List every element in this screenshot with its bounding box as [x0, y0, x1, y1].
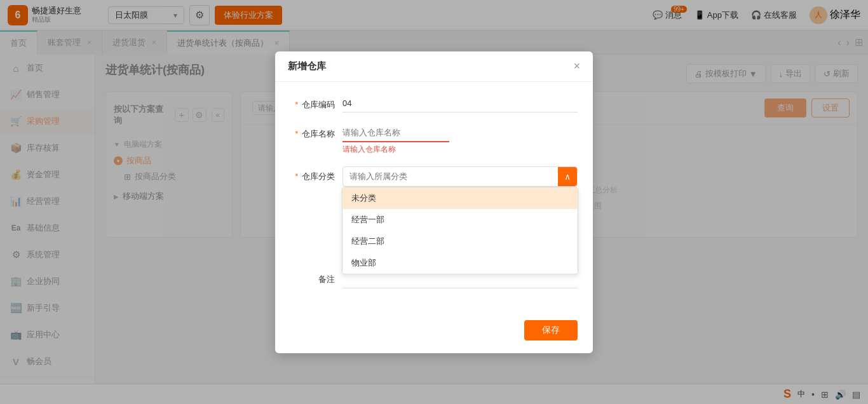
category-input-row: ∧ — [342, 166, 578, 187]
required-star-code: * — [295, 100, 298, 109]
dialog-header: 新增仓库 × — [275, 51, 593, 82]
dialog-overlay: 新增仓库 × * 仓库编码 * 仓库名称 — [0, 0, 868, 404]
code-label: * 仓库编码 — [290, 95, 335, 111]
category-toggle-button[interactable]: ∧ — [558, 167, 577, 186]
required-star-name: * — [295, 129, 298, 138]
name-error-msg: 请输入仓库名称 — [342, 144, 449, 155]
warehouse-code-row: * 仓库编码 — [290, 95, 578, 112]
dropdown-item-1[interactable]: 经营一部 — [342, 209, 578, 231]
chevron-up-icon: ∧ — [564, 172, 571, 182]
name-input-wrapper: 请输入仓库名称 — [342, 124, 449, 155]
warehouse-code-input[interactable] — [342, 95, 578, 112]
dialog-body: * 仓库编码 * 仓库名称 请输入仓库名称 — [275, 82, 593, 313]
warehouse-name-inner: * 仓库名称 请输入仓库名称 — [290, 124, 449, 155]
dialog-footer: 保存 — [275, 313, 593, 353]
warehouse-name-row: * 仓库名称 请输入仓库名称 — [290, 124, 578, 155]
category-input[interactable] — [343, 168, 558, 185]
dialog-close-button[interactable]: × — [573, 60, 580, 72]
category-input-wrapper: ∧ 未分类 经营一部 经营二部 物业部 — [342, 166, 578, 187]
dialog-title: 新增仓库 — [288, 60, 326, 72]
save-button[interactable]: 保存 — [524, 320, 578, 340]
name-label: * 仓库名称 — [290, 124, 335, 140]
warehouse-category-row: * 仓库分类 ∧ 未分类 经营一部 经营二部 物业部 — [290, 166, 578, 187]
required-star-category: * — [295, 172, 298, 181]
category-label: * 仓库分类 — [290, 166, 335, 182]
new-warehouse-dialog: 新增仓库 × * 仓库编码 * 仓库名称 — [275, 51, 593, 353]
dropdown-item-3[interactable]: 物业部 — [342, 252, 578, 274]
note-label: 备注 — [290, 269, 335, 285]
dropdown-item-0[interactable]: 未分类 — [342, 187, 578, 209]
dropdown-item-2[interactable]: 经营二部 — [342, 231, 578, 252]
category-dropdown: 未分类 经营一部 经营二部 物业部 — [342, 187, 578, 274]
warehouse-name-input[interactable] — [342, 124, 449, 142]
